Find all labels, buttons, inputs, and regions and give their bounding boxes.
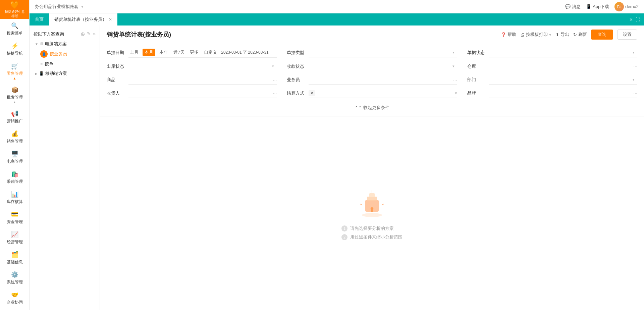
receiptstatus-control[interactable]: ▾ bbox=[309, 62, 457, 71]
sidebar-item-marketing-label: 营销推广 bbox=[7, 118, 23, 124]
salesperson-dots[interactable]: ··· bbox=[453, 77, 457, 83]
sidebar-item-search-label: 搜索菜单 bbox=[7, 31, 23, 36]
docstatus-select[interactable]: ▾ bbox=[489, 50, 637, 55]
docstatus-chevron: ▾ bbox=[633, 50, 635, 55]
tree-mobile-section[interactable]: ▶ 📱 移动端方案 bbox=[30, 69, 100, 78]
sidebar-item-basic-label: 基础信息 bbox=[7, 259, 23, 265]
app-download-btn[interactable]: 📱 App下载 bbox=[586, 4, 609, 10]
outstatus-select[interactable]: ▾ bbox=[128, 64, 277, 68]
receiver-dots[interactable]: ··· bbox=[273, 91, 277, 96]
doctype-control[interactable]: ▾ bbox=[309, 48, 457, 57]
warehouse-dots[interactable]: ··· bbox=[633, 64, 637, 69]
sidebar-item-quicknav[interactable]: ⚡ 快捷导航 bbox=[0, 39, 29, 59]
refresh-btn[interactable]: ↻ 刷新 bbox=[573, 32, 587, 38]
filter-row-4: 收货人 ··· 结算方式 × bbox=[107, 89, 637, 98]
product-control: ··· bbox=[128, 75, 277, 85]
dept-control[interactable]: ▾ bbox=[489, 75, 637, 85]
tab-close-all-icon[interactable]: ✕ bbox=[629, 17, 633, 22]
sidebar-item-wholesale[interactable]: 📦 批发管理 ▲ bbox=[0, 83, 29, 107]
tree-mobile-icon: 📱 bbox=[39, 71, 44, 76]
left-panel: 按以下方案查询 ⊕ ✎ « ▼ 🖥 电脑端方案 👤 按业务员 bbox=[30, 25, 100, 310]
date-tab-last-month[interactable]: 上月 bbox=[128, 49, 140, 56]
top-header: 办公用品行业模拟账套 ▾ 💬 消息 📱 App下载 Ea demo2 bbox=[30, 0, 644, 13]
help-btn[interactable]: ❓ 帮助 bbox=[501, 32, 516, 38]
sidebar-item-collab[interactable]: 🤝 企业协同 bbox=[0, 288, 29, 308]
sidebar-logo: 🧡 畅捷通好生意 标版 bbox=[0, 0, 30, 19]
dept-select[interactable]: ▾ bbox=[489, 78, 637, 82]
app-download-label: App下载 bbox=[593, 4, 609, 10]
print-arrow: ▾ bbox=[549, 32, 551, 37]
export-btn[interactable]: ⬆ 导出 bbox=[555, 32, 569, 38]
tip-num-1: 1 bbox=[341, 225, 347, 231]
sidebar-item-sales[interactable]: 💰 销售管理 bbox=[0, 127, 29, 147]
svg-rect-3 bbox=[369, 193, 375, 197]
payment-tag-x[interactable]: × bbox=[311, 91, 313, 96]
collab-icon: 🤝 bbox=[11, 291, 18, 299]
export-icon: ⬆ bbox=[555, 32, 559, 37]
ecommerce-icon: 🖥️ bbox=[11, 150, 18, 158]
tab-maximize-icon[interactable]: ⛶ bbox=[636, 17, 640, 22]
tab-sales-stats[interactable]: 销货单统计表（按业务员） ✕ bbox=[49, 13, 117, 25]
receiptstatus-label: 收款状态 bbox=[287, 63, 309, 69]
tip-text-1: 请先选择要分析的方案 bbox=[350, 225, 394, 231]
tree-pc-section[interactable]: ▼ 🖥 电脑端方案 bbox=[30, 39, 100, 49]
date-tab-this-year[interactable]: 本年 bbox=[158, 49, 169, 56]
empty-tips: 1 请先选择要分析的方案 2 用过滤条件来缩小分析范围 bbox=[341, 225, 402, 240]
add-scheme-btn[interactable]: ⊕ bbox=[80, 31, 85, 37]
date-tab-more[interactable]: 更多 bbox=[189, 49, 200, 56]
docstatus-control[interactable]: ▾ bbox=[489, 48, 637, 57]
empty-tip-2: 2 用过滤条件来缩小分析范围 bbox=[341, 234, 402, 240]
doctype-select[interactable]: ▾ bbox=[309, 50, 457, 55]
date-tab-this-month[interactable]: 本月 bbox=[143, 49, 155, 56]
sidebar-item-basic[interactable]: 🗂️ 基础信息 bbox=[0, 248, 29, 268]
sidebar-item-search[interactable]: 🔍 搜索菜单 bbox=[0, 19, 29, 39]
collapse-filters-btn[interactable]: ⌃⌃ 收起更多条件 bbox=[107, 102, 637, 112]
outstatus-label: 出库状态 bbox=[107, 63, 128, 69]
query-button[interactable]: 查询 bbox=[591, 30, 613, 40]
filter-brand-cell: 品牌 ··· bbox=[467, 89, 637, 98]
product-dots[interactable]: ··· bbox=[273, 77, 277, 83]
empty-tip-1: 1 请先选择要分析的方案 bbox=[341, 225, 402, 231]
collapse-left-btn[interactable]: « bbox=[93, 31, 96, 37]
date-tab-7days[interactable]: 近7天 bbox=[172, 49, 186, 56]
header-right: 💬 消息 📱 App下载 Ea demo2 bbox=[565, 2, 639, 11]
messages-btn[interactable]: 💬 消息 bbox=[565, 4, 581, 10]
tree-child-order-label: 按单 bbox=[45, 61, 53, 67]
sidebar-item-ops[interactable]: 📈 经营管理 bbox=[0, 227, 29, 248]
sidebar-item-sales-label: 销售管理 bbox=[7, 139, 23, 144]
filter-docstatus-cell: 单据状态 ▾ bbox=[467, 47, 637, 58]
user-menu[interactable]: Ea demo2 bbox=[614, 2, 639, 11]
sidebar-item-inventory[interactable]: 📊 库存核算 bbox=[0, 187, 29, 207]
date-control: 上月 本月 本年 近7天 更多 自定义 2023-03-01 至 2023-03… bbox=[128, 47, 277, 58]
brand-dots[interactable]: ··· bbox=[633, 91, 637, 96]
tree-child-order[interactable]: ≡ 按单 bbox=[30, 59, 100, 69]
receiptstatus-select[interactable]: ▾ bbox=[309, 64, 457, 68]
sidebar-item-marketing[interactable]: 📢 营销推广 bbox=[0, 107, 29, 127]
sidebar-item-wholesale-label: 批发管理 bbox=[7, 95, 23, 100]
edit-scheme-btn[interactable]: ✎ bbox=[87, 31, 91, 37]
sidebar-item-system[interactable]: ⚙️ 系统管理 bbox=[0, 268, 29, 288]
sidebar-item-newbie[interactable]: 🎓 新手引导 bbox=[0, 308, 29, 310]
brand-label: 品牌 bbox=[467, 90, 489, 96]
sidebar-item-purchase[interactable]: 🛍️ 采购管理 bbox=[0, 167, 29, 187]
tab-home[interactable]: 首页 bbox=[30, 13, 49, 25]
tab-sales-stats-label: 销货单统计表（按业务员） bbox=[54, 16, 107, 22]
wholesale-icon: 📦 bbox=[11, 86, 18, 94]
outstatus-control[interactable]: ▾ bbox=[128, 62, 277, 71]
tab-home-label: 首页 bbox=[35, 16, 44, 22]
main-area: 办公用品行业模拟账套 ▾ 💬 消息 📱 App下载 Ea demo2 首页 销货… bbox=[30, 0, 644, 310]
payment-chevron[interactable]: ▾ bbox=[455, 91, 457, 96]
date-tab-custom[interactable]: 自定义 bbox=[203, 49, 218, 56]
sidebar-item-ecommerce[interactable]: 🖥️ 电商管理 bbox=[0, 147, 29, 167]
download-icon: 📱 bbox=[586, 4, 591, 9]
tree-child-salesperson[interactable]: 👤 按业务员 bbox=[30, 49, 100, 59]
filter-row-2: 出库状态 ▾ 收款状态 bbox=[107, 62, 637, 71]
filter-product-cell: 商品 ··· bbox=[107, 75, 277, 85]
dept-chevron: ▾ bbox=[633, 78, 635, 82]
sidebar-item-retail[interactable]: 🛒 零售管理 ▲ bbox=[0, 59, 29, 83]
settings-button[interactable]: 设置 bbox=[617, 30, 637, 40]
tab-close-btn[interactable]: ✕ bbox=[109, 17, 112, 22]
filter-payment-cell: 结算方式 × ▾ bbox=[287, 89, 457, 98]
sidebar-item-finance[interactable]: 💳 资金管理 bbox=[0, 207, 29, 227]
template-print-btn[interactable]: 🖨 按模板打印 ▾ bbox=[520, 32, 551, 38]
